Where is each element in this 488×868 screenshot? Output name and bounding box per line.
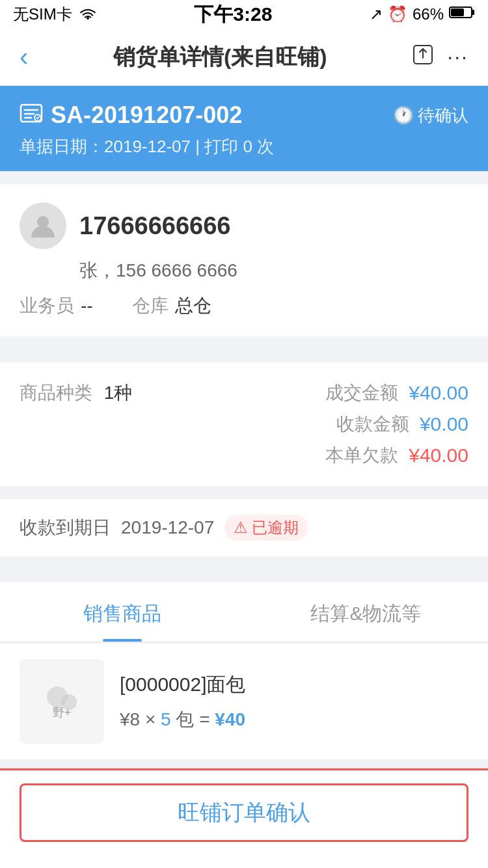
bottom-button-area: 旺铺订单确认 [0,768,488,868]
warehouse-label: 仓库 [132,293,169,318]
customer-meta: 业务员 -- 仓库 总仓 [20,293,468,318]
order-icon [20,102,43,129]
category-value: 1种 [104,383,133,403]
due-date-section: 收款到期日 2019-12-07 ⚠ 已逾期 [0,499,488,556]
status-bar: 无SIM卡 下午3:28 ↗ ⏰ 66% [0,0,488,29]
warning-icon: ⚠ [234,519,248,537]
sales-label: 业务员 [20,293,74,318]
product-name: [0000002]面包 [120,671,468,698]
page-title: 销货单详情(来自旺铺) [113,42,327,72]
product-info: [0000002]面包 ¥8 × 5 包 = ¥40 [120,671,468,732]
summary-section: 商品种类 1种 成交金额 ¥40.00 收款金额 ¥0.00 本单欠款 ¥40.… [0,362,488,486]
status-left: 无SIM卡 [13,4,97,25]
product-item: 野+ [0000002]面包 ¥8 × 5 包 = ¥40 [0,644,488,759]
order-id: SA-20191207-002 [20,102,242,129]
owed-label: 本单欠款 [325,443,398,468]
back-button[interactable]: ‹ [20,42,28,72]
overdue-badge: ⚠ 已逾期 [224,515,308,541]
amount-value: ¥40.00 [409,382,468,404]
avatar [20,202,66,249]
wifi-icon [79,5,97,23]
alarm-icon: ⏰ [388,5,407,23]
tab-settlement[interactable]: 结算&物流等 [244,582,488,642]
product-thumbnail: 野+ [20,659,104,744]
overdue-text: 已逾期 [252,517,299,538]
due-date-label: 收款到期日 [20,515,111,540]
status-time: 下午3:28 [194,1,272,28]
due-date-value: 2019-12-07 [121,517,214,538]
customer-name: 张，156 6666 6666 [20,258,468,283]
carrier-text: 无SIM卡 [13,4,72,25]
category-info: 商品种类 1种 [20,381,132,405]
warehouse-value: 总仓 [175,293,211,318]
amount-label: 成交金额 [325,381,398,405]
owed-value: ¥40.00 [409,444,468,467]
divider-1 [0,336,488,349]
divider-2 [0,556,488,569]
svg-point-0 [87,17,89,20]
customer-phone: 17666666666 [79,212,230,240]
nav-bar: ‹ 销货单详情(来自旺铺) ··· [0,29,488,86]
sales-value: -- [81,295,93,316]
tab-bar: 销售商品 结算&物流等 [0,582,488,642]
tab-sales[interactable]: 销售商品 [0,582,244,642]
received-value: ¥0.00 [420,413,468,435]
received-label: 收款金额 [336,412,409,437]
status-right: ↗ ⏰ 66% [370,5,475,23]
battery-icon [449,5,475,23]
nav-icons: ··· [412,44,468,70]
category-label: 商品种类 [20,383,92,403]
clock-icon: 🕐 [393,105,414,126]
product-total: ¥40 [215,709,245,729]
confirm-order-button[interactable]: 旺铺订单确认 [20,783,468,842]
order-status: 🕐 待确认 [393,104,468,127]
battery-text: 66% [413,5,444,23]
more-icon[interactable]: ··· [447,45,468,69]
product-price: ¥8 × 5 包 = ¥40 [120,707,468,732]
amount-info: 成交金额 ¥40.00 收款金额 ¥0.00 本单欠款 ¥40.00 [325,381,468,468]
location-icon: ↗ [370,5,383,23]
customer-section: 17666666666 张，156 6666 6666 业务员 -- 仓库 总仓 [0,184,488,336]
svg-rect-3 [451,8,464,16]
svg-rect-2 [472,10,474,15]
share-icon[interactable] [412,44,434,70]
svg-text:野+: 野+ [53,706,72,719]
order-date: 单据日期：2019-12-07 | 打印 0 次 [20,135,468,158]
product-qty: 5 [161,709,171,729]
order-header: SA-20191207-002 🕐 待确认 单据日期：2019-12-07 | … [0,86,488,171]
